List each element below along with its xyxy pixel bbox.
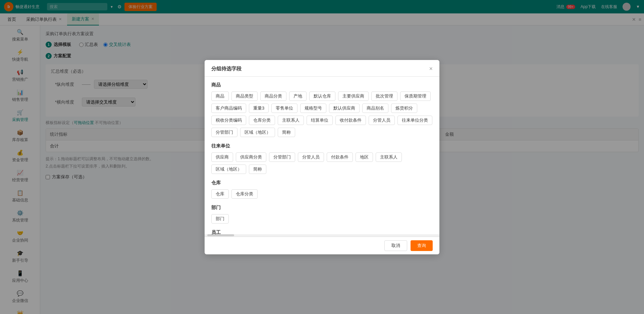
- field-group-counterparty: 往来单位 供应商 供应商分类 分管部门 分管人员 付款条件 地区 主联系人 区域…: [211, 143, 433, 174]
- field-tag-supplier[interactable]: 供应商: [211, 152, 233, 162]
- field-group-warehouse: 仓库 仓库 仓库分类: [211, 180, 433, 199]
- field-tag-spec[interactable]: 规格型号: [300, 104, 326, 113]
- field-group-employee-title: 员工: [211, 230, 433, 234]
- modal-overlay: 分组待选字段 × 商品 商品 商品类型 商品分类 产地 默认仓库 主要供应商 批…: [0, 0, 644, 314]
- field-tag-area[interactable]: 地区: [356, 152, 373, 162]
- field-group-counterparty-title: 往来单位: [211, 143, 433, 149]
- modal-footer: 取消 查询: [205, 237, 439, 254]
- field-group-product-title: 商品: [211, 82, 433, 88]
- field-tag-dept[interactable]: 分管部门: [211, 128, 237, 137]
- field-tag-warehouse-category[interactable]: 仓库分类: [231, 189, 258, 199]
- field-tag-warehouse-cat[interactable]: 仓库分类: [249, 116, 275, 125]
- modal-body: 商品 商品 商品类型 商品分类 产地 默认仓库 主要供应商 批次管理 保质期管理…: [205, 77, 439, 234]
- field-tags-counterparty: 供应商 供应商分类 分管部门 分管人员 付款条件 地区 主联系人 区域（地区） …: [211, 152, 433, 174]
- field-tag-customer-code[interactable]: 客户商品编码: [211, 104, 246, 113]
- modal-dialog: 分组待选字段 × 商品 商品 商品类型 商品分类 产地 默认仓库 主要供应商 批…: [205, 60, 439, 254]
- field-tag-expiry[interactable]: 保质期管理: [400, 91, 431, 101]
- field-tag-region[interactable]: 区域（地区）: [240, 128, 275, 137]
- field-tag-supplier-cat[interactable]: 供应商分类: [236, 152, 266, 162]
- field-tag-main-supplier[interactable]: 主要供应商: [338, 91, 369, 101]
- field-tag-manager[interactable]: 分管人员: [369, 116, 395, 125]
- field-tag-mgmt-person[interactable]: 分管人员: [298, 152, 324, 162]
- modal-title: 分组待选字段: [211, 66, 241, 72]
- field-tag-product-category[interactable]: 商品分类: [260, 91, 286, 101]
- field-tag-weight[interactable]: 重量3: [249, 104, 269, 113]
- field-group-department: 部门 部门: [211, 205, 433, 224]
- modal-hscrollbar[interactable]: [205, 234, 439, 237]
- field-tags-product: 商品 商品类型 商品分类 产地 默认仓库 主要供应商 批次管理 保质期管理 客户…: [211, 91, 433, 137]
- field-tag-payment-terms[interactable]: 收付款条件: [335, 116, 366, 125]
- field-tag-counterparty-cat[interactable]: 往来单位分类: [397, 116, 432, 125]
- modal-hscrollbar-thumb: [207, 234, 234, 236]
- field-tag-main-contact2[interactable]: 主联系人: [376, 152, 402, 162]
- field-tag-tax-code[interactable]: 税收分类编码: [211, 116, 246, 125]
- field-tag-origin[interactable]: 产地: [289, 91, 307, 101]
- field-tag-main-contact[interactable]: 主联系人: [278, 116, 304, 125]
- field-tag-alias[interactable]: 商品别名: [362, 104, 388, 113]
- field-tag-product[interactable]: 商品: [211, 91, 229, 101]
- field-tag-points[interactable]: 炼货积分: [391, 104, 417, 113]
- field-tag-batch[interactable]: 批次管理: [371, 91, 397, 101]
- modal-close-btn[interactable]: ×: [429, 65, 433, 72]
- field-tags-warehouse: 仓库 仓库分类: [211, 189, 433, 199]
- field-tag-default-supplier[interactable]: 默认供应商: [329, 104, 360, 113]
- modal-header: 分组待选字段 ×: [205, 60, 439, 77]
- cancel-button[interactable]: 取消: [384, 240, 407, 251]
- field-tag-default-warehouse[interactable]: 默认仓库: [309, 91, 335, 101]
- field-tag-warehouse[interactable]: 仓库: [211, 189, 229, 199]
- field-tag-short-name2[interactable]: 简称: [249, 165, 266, 174]
- field-tag-mgmt-dept[interactable]: 分管部门: [269, 152, 295, 162]
- field-tag-department[interactable]: 部门: [211, 214, 229, 224]
- field-tag-region2[interactable]: 区域（地区）: [211, 165, 246, 174]
- field-group-employee: 员工 业务员: [211, 230, 433, 234]
- field-tag-product-type[interactable]: 商品类型: [231, 91, 258, 101]
- field-tag-payment-cond[interactable]: 付款条件: [327, 152, 353, 162]
- field-tags-department: 部门: [211, 214, 433, 224]
- field-tag-retail-unit[interactable]: 零售单位: [271, 104, 298, 113]
- field-tag-short-name[interactable]: 简称: [278, 128, 295, 137]
- field-group-warehouse-title: 仓库: [211, 180, 433, 186]
- confirm-button[interactable]: 查询: [411, 240, 433, 251]
- field-group-department-title: 部门: [211, 205, 433, 211]
- field-tag-settlement-unit[interactable]: 结算单位: [307, 116, 333, 125]
- field-group-product: 商品 商品 商品类型 商品分类 产地 默认仓库 主要供应商 批次管理 保质期管理…: [211, 82, 433, 137]
